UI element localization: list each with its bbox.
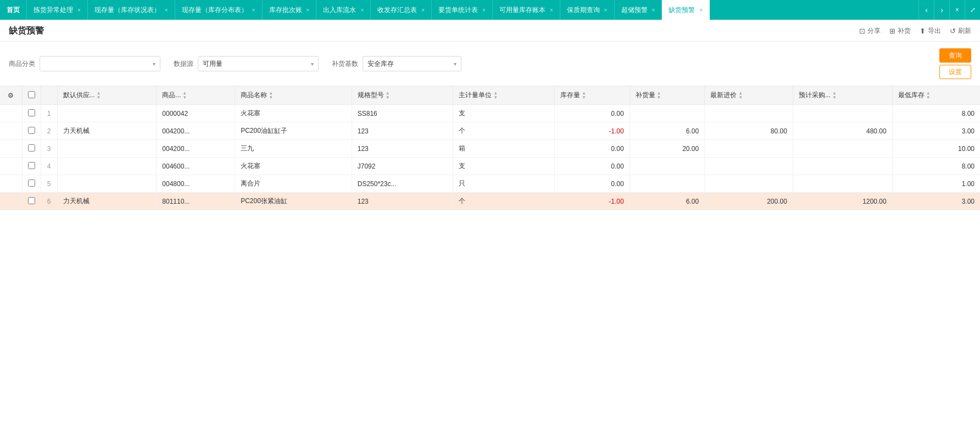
th-est-purchase[interactable]: 预计采购... ▲▼ [793,86,892,105]
nav-tab-expiry-query[interactable]: 保质期查询× [560,0,615,20]
row-est-purchase [793,158,892,175]
export-btn[interactable]: ⬆ 导出 [920,26,941,36]
row-product-name: 三九 [235,140,352,158]
nav-close-btn[interactable]: × [949,0,965,20]
nav-tab-close[interactable]: × [252,7,255,13]
row-replenish-qty: 20.00 [630,140,705,158]
row-checkbox[interactable] [28,127,35,134]
row-checkbox-cell[interactable] [22,193,41,210]
nav-tab-stock-status[interactable]: 现存量（库存状况表）× [88,0,175,20]
nav-tab-close[interactable]: × [77,7,81,13]
row-checkbox-cell[interactable] [22,175,41,193]
row-checkbox[interactable] [28,144,35,152]
th-product-code[interactable]: 商品... ▲▼ [157,86,235,105]
row-default-supplier: 力天机械 [57,193,157,210]
row-min-stock: 3.00 [892,193,980,210]
row-checkbox[interactable] [28,109,35,116]
nav-tab-label: 缺货预警 [669,5,695,15]
refresh-btn[interactable]: ↺ 刷新 [950,26,971,36]
export-icon: ⬆ [920,27,926,35]
table-body: 10000042火花塞SS816支0.008.002力天机械004200...P… [0,105,980,210]
row-checkbox[interactable] [28,197,35,204]
share-btn[interactable]: ⊡ 分享 [859,26,881,36]
nav-tab-close[interactable]: × [699,7,703,13]
nav-tab-close[interactable]: × [482,7,486,13]
row-latest-price [705,175,793,193]
nav-tab-close[interactable]: × [360,7,364,13]
row-checkbox[interactable] [28,162,35,169]
nav-left-arrow[interactable]: ‹ [918,0,934,20]
data-source-select[interactable]: 可用量 ▾ [198,56,319,71]
row-checkbox-cell[interactable] [22,105,41,122]
nav-tab-batch-acc[interactable]: 库存批次账× [263,0,317,20]
th-gear[interactable]: ⚙ [0,86,22,105]
row-checkbox[interactable] [28,180,35,187]
row-stock-qty: 0.00 [555,158,630,175]
nav-tab-home[interactable]: 首页 [0,0,27,20]
replenish-base-value: 安全库存 [368,59,394,69]
nav-tab-inout-flow[interactable]: 出入库流水× [316,0,371,20]
th-spec[interactable]: 规格型号 ▲▼ [352,86,453,105]
nav-tab-avail-book[interactable]: 可用量库存账本× [493,0,560,20]
nav-tab-label: 可用量库存账本 [499,5,545,15]
row-number: 6 [41,193,57,210]
query-button[interactable]: 查询 [939,48,971,63]
nav-tab-label: 要货单统计表 [438,5,478,15]
th-replenish-qty[interactable]: 补货量 ▲▼ [630,86,705,105]
data-source-value: 可用量 [203,59,222,69]
table-row: 6力天机械801110...PC200张紧油缸123个-1.006.00200.… [0,193,980,210]
th-checkbox[interactable] [22,86,41,105]
replenish-base-select[interactable]: 安全库存 ▾ [363,56,461,71]
row-gear-cell [0,140,22,158]
settings-button[interactable]: 设置 [939,65,971,79]
row-replenish-qty [630,158,705,175]
nav-tab-close[interactable]: × [165,7,168,13]
row-spec: 123 [352,122,453,140]
th-product-name[interactable]: 商品名称 ▲▼ [235,86,352,105]
row-product-code: 004800... [157,175,235,193]
nav-tab-label: 保质期查询 [567,5,600,15]
nav-maximize-btn[interactable]: ⤢ [965,0,980,20]
nav-tab-close[interactable]: × [604,7,608,13]
nav-right-arrow[interactable]: › [934,0,949,20]
nav-tab-close[interactable]: × [652,7,655,13]
replenish-btn[interactable]: ⊞ 补货 [889,26,911,36]
nav-tab-pick-err[interactable]: 拣货异常处理× [27,0,88,20]
nav-tab-close[interactable]: × [307,7,310,13]
nav-tab-close[interactable]: × [421,7,425,13]
th-default-supplier[interactable]: 默认供应... ▲▼ [57,86,157,105]
th-unit[interactable]: 主计量单位 ▲▼ [453,86,555,105]
nav-tab-overstock-warn[interactable]: 超储预警× [615,0,662,20]
page-title: 缺货预警 [9,25,859,37]
row-checkbox-cell[interactable] [22,122,41,140]
table-row: 2力天机械004200...PC200油缸缸子123个-1.006.0080.0… [0,122,980,140]
row-unit: 个 [453,193,555,210]
th-latest-price[interactable]: 最新进价 ▲▼ [705,86,793,105]
row-checkbox-cell[interactable] [22,140,41,158]
table-row: 10000042火花塞SS816支0.008.00 [0,105,980,122]
nav-tab-label: 现存量（库存分布表） [182,5,248,15]
row-stock-qty: 0.00 [555,175,630,193]
nav-tab-close[interactable]: × [550,7,553,13]
nav-tab-shortage-warn[interactable]: 缺货预警× [662,0,710,20]
row-latest-price [705,158,793,175]
refresh-label: 刷新 [958,26,971,36]
row-unit: 个 [453,122,555,140]
product-category-select[interactable]: ▾ [40,56,160,71]
row-product-name: 火花塞 [235,105,352,122]
product-category-chevron: ▾ [153,61,155,67]
row-est-purchase: 480.00 [793,122,892,140]
row-latest-price [705,105,793,122]
select-all-checkbox[interactable] [28,91,35,98]
row-product-code: 004200... [157,122,235,140]
th-min-stock[interactable]: 最低库存 ▲▼ [892,86,980,105]
row-spec: SS816 [352,105,453,122]
th-stock-qty[interactable]: 库存量 ▲▼ [555,86,630,105]
share-icon: ⊡ [859,27,865,35]
nav-tab-collect-sum[interactable]: 收发存汇总表× [371,0,432,20]
row-checkbox-cell[interactable] [22,158,41,175]
row-product-code: 801110... [157,193,235,210]
row-replenish-qty [630,105,705,122]
nav-tab-stock-dist[interactable]: 现存量（库存分布表）× [175,0,263,20]
nav-tab-order-stat[interactable]: 要货单统计表× [432,0,493,20]
